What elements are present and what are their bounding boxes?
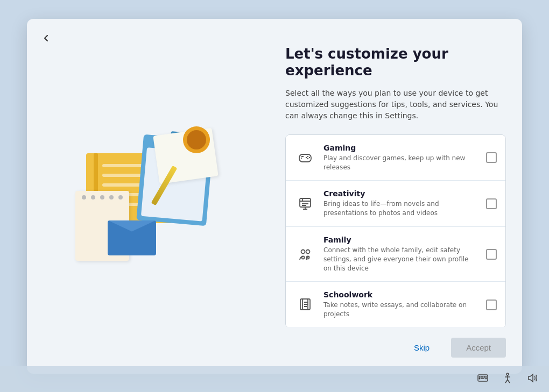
svg-point-42 xyxy=(506,373,509,375)
keyboard-icon[interactable] xyxy=(477,372,489,387)
content-panel: Let's customize your experience Select a… xyxy=(274,19,522,374)
svg-point-37 xyxy=(482,376,483,377)
svg-point-35 xyxy=(479,376,480,377)
svg-point-36 xyxy=(481,376,482,377)
envelope-illustration xyxy=(108,220,156,255)
family-text: Family Connect with the whole family, ed… xyxy=(323,236,478,273)
creativity-checkbox[interactable] xyxy=(486,198,497,209)
option-gaming[interactable]: Gaming Play and discover games, keep up … xyxy=(286,135,505,181)
schoolwork-checkbox[interactable] xyxy=(486,300,497,310)
svg-line-46 xyxy=(508,380,510,383)
creativity-title: Creativity xyxy=(323,189,478,198)
gaming-checkbox[interactable] xyxy=(486,152,497,163)
svg-point-39 xyxy=(485,376,487,377)
family-title: Family xyxy=(323,236,478,244)
creativity-text: Creativity Bring ideas to life—from nove… xyxy=(323,189,478,218)
option-creativity[interactable]: Creativity Bring ideas to life—from nove… xyxy=(286,181,505,227)
svg-point-38 xyxy=(484,376,485,377)
gaming-desc: Play and discover games, keep up with ne… xyxy=(323,154,478,172)
customize-dialog: Let's customize your experience Select a… xyxy=(27,19,522,374)
taskbar xyxy=(0,366,549,392)
accept-button[interactable]: Accept xyxy=(451,338,506,358)
illustration xyxy=(75,121,226,272)
option-family[interactable]: Family Connect with the whole family, ed… xyxy=(286,227,505,282)
svg-point-40 xyxy=(479,378,480,379)
schoolwork-text: Schoolwork Take notes, write essays, and… xyxy=(323,290,478,319)
svg-point-15 xyxy=(301,250,305,253)
options-list: Gaming Play and discover games, keep up … xyxy=(285,134,506,327)
creativity-icon xyxy=(294,193,316,215)
svg-point-4 xyxy=(307,156,308,157)
gamepad-icon xyxy=(294,147,316,168)
accessibility-icon[interactable] xyxy=(502,372,513,387)
svg-point-41 xyxy=(485,378,487,379)
page-title: Let's customize your experience xyxy=(285,46,506,79)
sound-icon[interactable] xyxy=(526,372,538,387)
svg-line-45 xyxy=(505,380,508,383)
skip-button[interactable]: Skip xyxy=(403,338,440,358)
svg-point-5 xyxy=(309,157,310,158)
schoolwork-title: Schoolwork xyxy=(323,290,478,299)
page-subtitle: Select all the ways you plan to use your… xyxy=(285,88,506,122)
schoolwork-desc: Take notes, write essays, and collaborat… xyxy=(323,301,478,319)
gaming-text: Gaming Play and discover games, keep up … xyxy=(323,144,478,172)
coffee-illustration xyxy=(183,126,210,153)
schoolwork-icon xyxy=(294,294,316,316)
option-schoolwork[interactable]: Schoolwork Take notes, write essays, and… xyxy=(286,282,505,326)
gaming-title: Gaming xyxy=(323,144,478,152)
svg-point-16 xyxy=(306,250,310,253)
illustration-panel xyxy=(27,19,274,374)
creativity-desc: Bring ideas to life—from novels and pres… xyxy=(323,199,478,218)
family-desc: Connect with the whole family, edit safe… xyxy=(323,246,478,273)
family-icon xyxy=(294,244,316,265)
svg-point-6 xyxy=(307,158,308,159)
options-container: Gaming Play and discover games, keep up … xyxy=(285,134,506,327)
svg-point-7 xyxy=(306,157,307,158)
family-checkbox[interactable] xyxy=(486,249,497,260)
footer: Skip Accept xyxy=(285,327,506,358)
